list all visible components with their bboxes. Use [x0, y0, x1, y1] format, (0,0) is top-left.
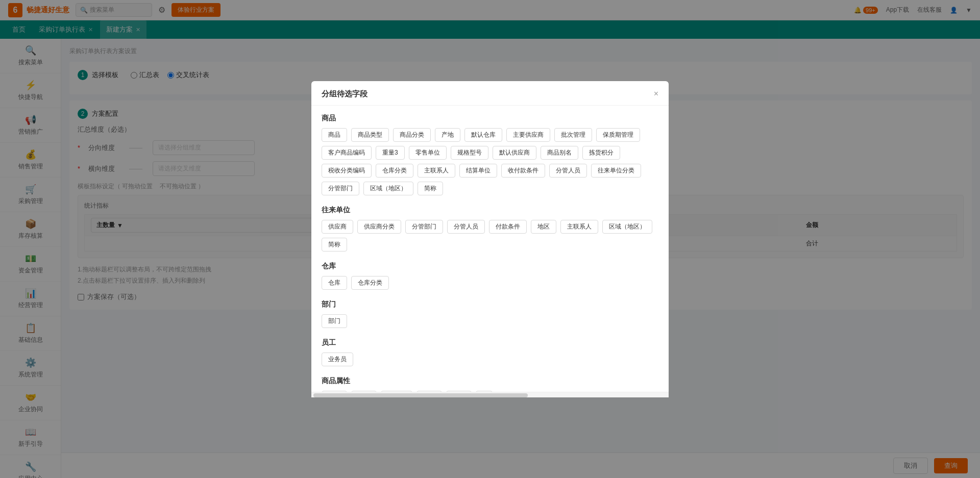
field-tag[interactable]: 部门: [322, 314, 347, 328]
field-grid-department: 部门: [322, 314, 658, 328]
section-employee: 员工 业务员: [322, 338, 658, 366]
section-warehouse: 仓库 仓库 仓库分类: [322, 262, 658, 290]
field-tag[interactable]: 分管部门: [405, 220, 443, 234]
field-tag[interactable]: 仓库: [322, 276, 347, 290]
modal-overlay: 分组待选字段 × 商品 商品 商品类型 商品分类 产地 默认仓库 主要供应商 批…: [0, 0, 980, 478]
field-tag[interactable]: 商品分类: [393, 128, 431, 142]
field-tag[interactable]: 简称: [418, 182, 443, 195]
field-tag[interactable]: 规格型号: [451, 146, 488, 160]
field-grid-employee: 业务员: [322, 353, 658, 366]
field-tag[interactable]: 简称: [322, 238, 347, 251]
field-tag[interactable]: 保质期管理: [596, 128, 640, 142]
field-tag[interactable]: 商品类型: [351, 128, 389, 142]
field-tag[interactable]: 分管部门: [322, 182, 359, 195]
field-tag[interactable]: 默认供应商: [493, 146, 536, 160]
field-tag[interactable]: 主联系人: [418, 164, 455, 178]
field-tag[interactable]: 主联系人: [560, 220, 598, 234]
field-grid-partners: 供应商 供应商分类 分管部门 分管人员 付款条件 地区 主联系人 区域（地区） …: [322, 220, 658, 251]
section-employee-title: 员工: [322, 338, 658, 347]
field-tag[interactable]: 区域（地区）: [602, 220, 652, 234]
dialog: 分组待选字段 × 商品 商品 商品类型 商品分类 产地 默认仓库 主要供应商 批…: [311, 81, 669, 397]
field-tag[interactable]: 往来单位分类: [591, 164, 641, 178]
field-tag[interactable]: 主要供应商: [506, 128, 550, 142]
field-tag[interactable]: 收付款条件: [501, 164, 545, 178]
hscroll-thumb[interactable]: [313, 393, 528, 397]
field-tag[interactable]: 供应商: [322, 220, 353, 234]
field-tag[interactable]: 区域（地区）: [363, 182, 413, 195]
field-grid-goods: 商品 商品类型 商品分类 产地 默认仓库 主要供应商 批次管理 保质期管理 客户…: [322, 128, 658, 195]
field-tag[interactable]: 结算单位: [459, 164, 497, 178]
section-goods: 商品 商品 商品类型 商品分类 产地 默认仓库 主要供应商 批次管理 保质期管理…: [322, 114, 658, 195]
field-tag[interactable]: 拣货积分: [582, 146, 620, 160]
field-tag[interactable]: 仓库分类: [351, 276, 389, 290]
section-product-attr-title: 商品属性: [322, 376, 658, 386]
field-tag[interactable]: 付款条件: [489, 220, 527, 234]
field-tag[interactable]: 税收分类编码: [322, 164, 372, 178]
field-tag[interactable]: 商品别名: [541, 146, 578, 160]
field-tag[interactable]: 默认仓库: [464, 128, 502, 142]
dialog-close-button[interactable]: ×: [654, 89, 658, 98]
section-partners: 往来单位 供应商 供应商分类 分管部门 分管人员 付款条件 地区 主联系人 区域…: [322, 206, 658, 251]
dialog-body: 商品 商品 商品类型 商品分类 产地 默认仓库 主要供应商 批次管理 保质期管理…: [311, 106, 669, 392]
section-product-attr: 商品属性 属性 颜色 多规格 尺码 鞋码 1: [322, 376, 658, 392]
section-department-title: 部门: [322, 300, 658, 309]
dialog-title: 分组待选字段: [322, 89, 368, 99]
field-tag[interactable]: 地区: [531, 220, 556, 234]
dialog-hscroll[interactable]: [311, 392, 669, 397]
field-tag[interactable]: 供应商分类: [357, 220, 401, 234]
section-warehouse-title: 仓库: [322, 262, 658, 271]
field-tag[interactable]: 分管人员: [549, 164, 587, 178]
field-tag[interactable]: 业务员: [322, 353, 353, 366]
field-tag[interactable]: 产地: [435, 128, 460, 142]
field-tag[interactable]: 批次管理: [554, 128, 592, 142]
section-department: 部门 部门: [322, 300, 658, 328]
section-goods-title: 商品: [322, 114, 658, 123]
field-grid-warehouse: 仓库 仓库分类: [322, 276, 658, 290]
section-partners-title: 往来单位: [322, 206, 658, 215]
field-tag[interactable]: 重量3: [376, 146, 405, 160]
field-tag[interactable]: 仓库分类: [376, 164, 413, 178]
field-tag[interactable]: 分管人员: [447, 220, 485, 234]
field-tag[interactable]: 零售单位: [409, 146, 447, 160]
field-tag[interactable]: 客户商品编码: [322, 146, 372, 160]
field-tag[interactable]: 商品: [322, 128, 347, 142]
dialog-header: 分组待选字段 ×: [311, 81, 669, 106]
